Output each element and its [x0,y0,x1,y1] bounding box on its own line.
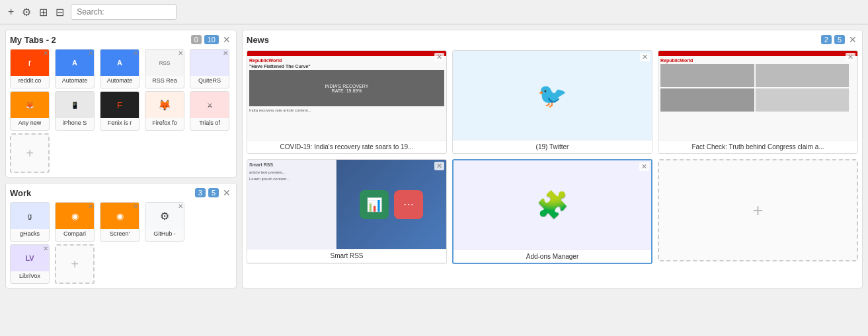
tab-label-rss: RSS Rea [145,76,184,85]
news-close-addons[interactable]: ✕ [639,162,649,171]
tab-close-rss[interactable]: ✕ [178,50,183,57]
mini-content-india: RepublicWorld "Have Flattened The Curve"… [247,56,446,140]
tab-label-automate2: Automate [100,76,139,85]
tab-item-github[interactable]: ✕ ⚙ GitHub - [145,202,184,242]
mini-site-factcheck: RepublicWorld [658,51,857,140]
add-tab-button[interactable]: + [10,133,50,173]
search-input[interactable] [71,4,177,20]
news-total-badge: 5 [834,35,845,44]
work-open-badge: 3 [195,188,206,197]
news-title-factcheck: Fact Check: Truth behind Congress claim … [658,140,857,153]
tab-close-reddit[interactable]: ✕ [43,50,48,57]
tab-item-automate1[interactable]: ✕ A Automate [55,49,95,88]
news-close-twitter[interactable]: ✕ [640,53,650,61]
news-controls: 2 5 ✕ [821,34,858,45]
my-tabs-open-badge: 0 [191,35,202,44]
tab-thumb-iphone: 📱 [56,92,94,118]
tab-item-rss[interactable]: ✕ RSS RSS Rea [145,49,184,88]
tab-close-github[interactable]: ✕ [178,203,183,210]
work-group: Work 3 5 ✕ g gHacks ✕ ◉ Compari [5,183,237,288]
news-thumb-twitter: 🐦 [453,51,652,140]
tab-label-fenix: Fenix is r [100,118,139,127]
tab-item-comparitech[interactable]: ✕ ◉ Compari [55,202,95,242]
news-header: News 2 5 ✕ [247,34,858,45]
mini-img-india: INDIA'S RECOVERYRATE: 19.89% [249,70,444,106]
news-card-smartrss[interactable]: ✕ Smart RSS article text preview... Lore… [247,159,447,264]
mini-twitter: 🐦 [453,51,652,140]
news-card-twitter[interactable]: ✕ 🐦 (19) Twitter [452,50,652,154]
work-header: Work 3 5 ✕ [10,187,232,198]
work-title: Work [10,188,31,198]
mini-content-factcheck: RepublicWorld [658,56,857,140]
news-title-twitter: (19) Twitter [453,140,652,153]
tab-item-ghacks[interactable]: g gHacks [10,202,50,242]
left-panel: My Tabs - 2 0 10 ✕ ✕ r reddit.co ✕ A [5,30,237,288]
news-cards-grid: ✕ RepublicWorld "Have Flattened The Curv… [247,50,858,264]
my-tabs-group: My Tabs - 2 0 10 ✕ ✕ r reddit.co ✕ A [5,30,237,178]
main-layout: My Tabs - 2 0 10 ✕ ✕ r reddit.co ✕ A [0,24,868,294]
add-tab-group-button[interactable]: + [7,5,15,19]
tab-item-firefox[interactable]: 🦊 Firefox fo [145,91,184,131]
settings-icon[interactable]: ⚙ [20,5,32,20]
tab-label-automate1: Automate [56,76,94,85]
mini-header-factcheck [658,51,857,56]
news-title: News [247,35,269,45]
my-tabs-close-button[interactable]: ✕ [221,34,232,45]
news-close-india[interactable]: ✕ [434,53,444,61]
tab-thumb-firefox: 🦊 [145,92,184,118]
tab-label-quiterss: QuiteRS [190,76,229,85]
tab-close-automate1[interactable]: ✕ [88,50,93,57]
tab-close-librivox[interactable]: ✕ [43,246,48,252]
work-close-button[interactable]: ✕ [221,187,232,198]
news-thumb-smartrss: Smart RSS article text preview... Lorem … [247,160,446,249]
add-news-button[interactable]: + [658,159,858,261]
tab-thumb-fenix: F [100,92,139,118]
tab-label-anynews: Any new [11,118,49,127]
news-close-factcheck[interactable]: ✕ [846,53,855,61]
smart-rss-app-icon: 📊 [360,190,389,219]
tab-item-librivox[interactable]: ✕ LV LibriVox [10,244,50,284]
my-tabs-controls: 0 10 ✕ [191,34,232,45]
news-title-smartrss: Smart RSS [247,249,446,262]
tab-item-automate2[interactable]: ✕ A Automate [100,49,139,88]
news-thumb-factcheck: RepublicWorld [658,51,857,140]
tab-item-fenix[interactable]: F Fenix is r [100,91,139,131]
news-card-addons[interactable]: ✕ 🧩 Add-ons Manager [452,159,652,264]
grid-view-icon[interactable]: ⊞ [38,5,49,20]
my-tabs-header: My Tabs - 2 0 10 ✕ [10,34,232,45]
tab-close-automate2[interactable]: ✕ [133,50,138,57]
tab-item-reddit[interactable]: ✕ r reddit.co [10,49,50,88]
news-title-india: COVID-19: India's recovery rate soars to… [247,140,446,153]
tab-close-comparitech[interactable]: ✕ [88,203,93,210]
add-work-tab-button[interactable]: + [55,244,95,284]
tab-label-ghacks: gHacks [11,229,49,238]
tab-close-screen[interactable]: ✕ [133,203,138,210]
tab-item-trials[interactable]: ⚔ Trials of [190,91,229,131]
addons-icon: 🧩 [536,189,569,220]
news-close-button[interactable]: ✕ [848,34,858,45]
mini-header-india [247,51,446,56]
tab-item-screen[interactable]: ✕ ◉ Screen' [100,202,139,242]
news-thumb-india: RepublicWorld "Have Flattened The Curve"… [247,51,446,140]
tab-item-iphone[interactable]: 📱 iPhone S [55,91,95,131]
work-total-badge: 5 [208,188,219,197]
news-card-factcheck[interactable]: ✕ RepublicWorld [658,50,858,154]
tab-label-screen: Screen' [100,229,139,238]
twitter-bird-icon: 🐦 [537,82,567,110]
news-open-badge: 2 [821,35,832,44]
tab-close-quiterss[interactable]: ✕ [223,50,228,57]
tab-label-reddit: reddit.co [11,76,49,85]
work-controls: 3 5 ✕ [195,187,232,198]
tab-item-anynews[interactable]: 🦊 Any new [10,91,50,131]
tab-item-quiterss[interactable]: ✕ QuiteRS [190,49,229,88]
work-tabs-grid-row2: ✕ LV LibriVox + [10,244,232,284]
toolbar: + ⚙ ⊞ ⊟ [0,0,868,24]
news-group: News 2 5 ✕ ✕ RepublicWorld "Have Flatten… [242,30,863,288]
news-thumb-addons: 🧩 [454,160,651,250]
news-close-smartrss[interactable]: ✕ [434,162,444,170]
tab-label-comparitech: Compari [56,229,94,238]
my-tabs-total-badge: 10 [204,35,219,44]
tab-label-trials: Trials of [190,118,229,127]
layout-icon[interactable]: ⊟ [54,5,65,20]
news-card-india[interactable]: ✕ RepublicWorld "Have Flattened The Curv… [247,50,447,154]
